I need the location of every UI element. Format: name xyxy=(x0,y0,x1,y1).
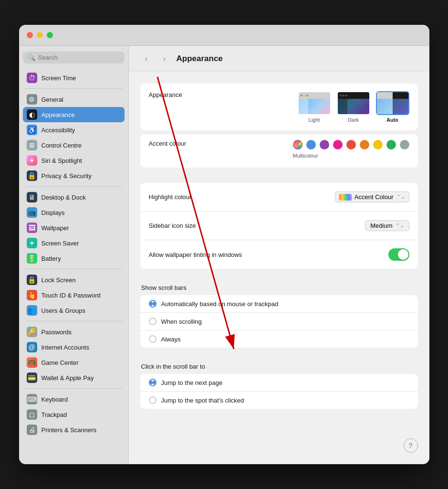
wallpaper-tinting-toggle[interactable] xyxy=(388,248,409,261)
appearance-auto[interactable]: Auto xyxy=(376,91,409,123)
scroll-scrolling-row[interactable]: When scrolling xyxy=(140,313,418,330)
scroll-always-label: Always xyxy=(161,336,181,343)
click-spot-clicked-row[interactable]: Jump to the spot that's clicked xyxy=(140,392,418,409)
sidebar-item-privacy-security[interactable]: 🔒Privacy & Security xyxy=(23,168,125,183)
dark-topbar xyxy=(338,92,369,99)
sidebar-divider-0 xyxy=(25,88,123,89)
sidebar-item-passwords[interactable]: 🔑Passwords xyxy=(23,324,125,340)
sidebar-icon-screen-time: ⏱ xyxy=(27,73,37,83)
sidebar-label-touch-id: Touch ID & Password xyxy=(42,292,101,299)
back-button[interactable]: ‹ xyxy=(140,53,153,65)
light-preview xyxy=(299,92,330,114)
auto-label: Auto xyxy=(386,117,398,123)
sidebar-item-appearance[interactable]: ◐Appearance xyxy=(23,107,125,122)
sidebar-label-trackpad: Trackpad xyxy=(42,411,67,418)
sidebar-item-lock-screen[interactable]: 🔒Lock Screen xyxy=(23,272,125,287)
help-button[interactable]: ? xyxy=(404,438,418,453)
sidebar-item-internet-accounts[interactable]: @Internet Accounts xyxy=(23,340,125,355)
sidebar-item-screen-saver[interactable]: ✦Screen Saver xyxy=(23,235,125,251)
sidebar-label-screen-time: Screen Time xyxy=(42,74,76,82)
sidebar-item-control-centre[interactable]: ⊞Control Centre xyxy=(23,138,125,153)
sidebar-label-lock-screen: Lock Screen xyxy=(42,276,76,284)
sidebar-label-keyboard: Keyboard xyxy=(42,396,68,403)
sidebar-icon-lock-screen: 🔒 xyxy=(27,275,37,285)
scroll-always-radio[interactable] xyxy=(149,335,156,343)
sidebar-item-battery[interactable]: 🔋Battery xyxy=(23,251,125,266)
accent-pink[interactable] xyxy=(333,140,343,149)
scroll-auto-radio[interactable] xyxy=(149,300,156,308)
main-content: ‹ › Appearance Appearance xyxy=(129,46,429,464)
sidebar-item-game-center[interactable]: 🎮Game Center xyxy=(23,355,125,370)
scroll-bars-section: Show scroll bars Automatically based on … xyxy=(140,284,418,348)
sidebar-item-siri-spotlight[interactable]: ✦Siri & Spotlight xyxy=(23,153,125,168)
highlight-colour-picker[interactable]: Accent Colour ⌃⌄ xyxy=(335,191,409,202)
sidebar-icon-wallet: 💳 xyxy=(27,372,37,383)
sidebar-label-displays: Displays xyxy=(42,209,65,216)
scroll-always-row[interactable]: Always xyxy=(140,330,418,348)
sidebar-item-printers[interactable]: 🖨Printers & Scanners xyxy=(23,422,125,437)
sidebar-icon-screen-saver: ✦ xyxy=(27,238,37,248)
maximize-button[interactable] xyxy=(47,32,53,38)
minimize-button[interactable] xyxy=(37,32,43,38)
light-thumbnail[interactable] xyxy=(298,91,331,115)
sidebar-icon-privacy-security: 🔒 xyxy=(27,170,37,181)
sidebar-item-touch-id[interactable]: 👆Touch ID & Password xyxy=(23,287,125,303)
sidebar-item-general[interactable]: ⚙General xyxy=(23,92,125,107)
search-bar[interactable]: 🔍 xyxy=(23,52,125,64)
sidebar-icon-size-picker[interactable]: Medium ⌃⌄ xyxy=(365,220,409,231)
highlight-colour-controls: Accent Colour ⌃⌄ xyxy=(335,191,409,202)
accent-red[interactable] xyxy=(346,140,356,149)
sidebar-label-printers: Printers & Scanners xyxy=(42,426,97,434)
sidebar-icon-trackpad: ◻ xyxy=(27,409,37,420)
sidebar-item-users-groups[interactable]: 👥Users & Groups xyxy=(23,303,125,318)
dot1 xyxy=(301,95,302,96)
sidebar-label-siri-spotlight: Siri & Spotlight xyxy=(42,157,82,164)
accent-graphite[interactable] xyxy=(400,140,409,149)
sidebar-size-chevron-icon: ⌃⌄ xyxy=(396,223,404,229)
auto-thumbnail[interactable] xyxy=(376,91,409,115)
sidebar-item-displays[interactable]: 📺Displays xyxy=(23,205,125,220)
scroll-scrolling-radio[interactable] xyxy=(149,318,156,325)
accent-orange[interactable] xyxy=(360,140,369,149)
close-button[interactable] xyxy=(27,32,33,38)
appearance-light[interactable]: Light xyxy=(298,91,331,123)
sidebar-icon-general: ⚙ xyxy=(27,94,37,105)
accent-green[interactable] xyxy=(386,140,396,149)
sidebar-item-screen-time[interactable]: ⏱Screen Time xyxy=(23,70,125,85)
accent-blue[interactable] xyxy=(306,140,316,149)
search-input[interactable] xyxy=(38,54,120,61)
sidebar-items-container: ⏱Screen Time⚙General◐Appearance♿Accessib… xyxy=(23,70,125,437)
click-spot-clicked-radio[interactable] xyxy=(149,396,156,404)
settings-panel: Appearance xyxy=(129,72,429,464)
auto-preview xyxy=(377,92,408,114)
sidebar-icon-accessibility: ♿ xyxy=(27,125,37,135)
accent-purple[interactable] xyxy=(320,140,329,149)
accent-multicolor[interactable] xyxy=(293,140,302,149)
click-scroll-bar-options: Jump to the next page Jump to the spot t… xyxy=(140,374,418,409)
appearance-dark[interactable]: Dark xyxy=(337,91,370,123)
sidebar-icon-passwords: 🔑 xyxy=(27,327,37,337)
click-next-page-row[interactable]: Jump to the next page xyxy=(140,374,418,392)
scroll-auto-row[interactable]: Automatically based on mouse or trackpad xyxy=(140,295,418,313)
accent-colour-label: Accent colour xyxy=(149,140,293,147)
dot3 xyxy=(306,95,308,96)
accent-yellow[interactable] xyxy=(373,140,383,149)
sidebar-item-keyboard[interactable]: ⌨Keyboard xyxy=(23,392,125,407)
appearance-section: Appearance xyxy=(140,84,418,130)
click-next-page-radio[interactable] xyxy=(149,379,156,386)
sidebar-item-wallpaper[interactable]: 🖼Wallpaper xyxy=(23,220,125,235)
dark-body xyxy=(338,99,369,115)
dark-thumbnail[interactable] xyxy=(337,91,370,115)
forward-button[interactable]: › xyxy=(158,53,171,65)
sidebar-item-wallet[interactable]: 💳Wallet & Apple Pay xyxy=(23,370,125,385)
sidebar-label-users-groups: Users & Groups xyxy=(42,307,85,314)
sidebar-item-desktop-dock[interactable]: 🖥Desktop & Dock xyxy=(23,190,125,205)
sidebar-divider-2 xyxy=(25,269,123,269)
highlight-colour-row: Highlight colour Accent Colour ⌃⌄ xyxy=(140,183,418,212)
other-settings-section: Highlight colour Accent Colour ⌃⌄ Sideba… xyxy=(140,183,418,269)
dark-preview xyxy=(338,92,369,114)
sidebar-item-accessibility[interactable]: ♿Accessibility xyxy=(23,122,125,138)
scroll-auto-label: Automatically based on mouse or trackpad xyxy=(161,300,279,308)
sidebar-item-trackpad[interactable]: ◻Trackpad xyxy=(23,407,125,422)
auto-left-body xyxy=(377,99,393,115)
